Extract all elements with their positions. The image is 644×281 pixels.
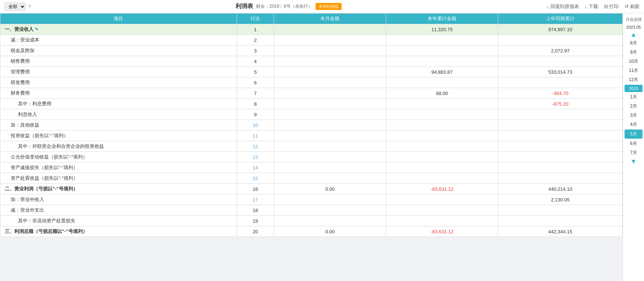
table-row: 其中：利息费用8-875.20 [0,99,623,109]
table-body: 一、营业收入 ✎111,320.75974,997.10减：营业成本2税金及附加… [0,24,623,237]
cell-row-num: 3 [237,45,274,56]
table-row: 减：营业成本2 [0,35,623,45]
month-item[interactable]: 8月 [623,39,644,48]
cell-year: 68.00 [386,88,498,99]
cell-month [274,109,386,120]
cell-row-num: 9 [237,109,274,120]
table-row: 利息收入9 [0,109,623,120]
top-bar-left: 全部 ? [4,3,31,11]
download-button[interactable]: ↓ 下载 [585,3,598,10]
cell-year: -83,631.12 [386,226,498,237]
cell-row-num: 1 [237,24,274,35]
title-area: 利润表 财会〔2019〕6号（未执行） 未结转损益 [235,3,341,10]
cell-row-num: 19 [237,216,274,226]
cell-year [386,141,498,152]
month-item[interactable]: 7月 [623,148,644,157]
cell-prev: 2,072.97 [498,45,623,56]
cell-year [386,216,498,226]
cell-row-num[interactable]: 14 [237,163,274,173]
back-button[interactable]: ↓ 回退到原报表 [546,3,579,10]
cell-item: 其中：利息费用 [0,99,237,109]
cell-item: 财务费用 [0,88,237,99]
month-item[interactable]: 4月 [623,120,644,129]
cell-prev [498,77,623,88]
month-up-arrow[interactable]: ▲ [630,30,637,39]
month-item[interactable]: 6月 [623,139,644,148]
cell-prev: 440,214.10 [498,184,623,194]
scope-dropdown[interactable]: 全部 [4,3,26,11]
month-list: 8月9月10月11月12月20231月2月3月4月5月6月7月 [623,39,644,157]
cell-row-num[interactable]: 17 [237,194,274,205]
table-header-row: 项目 行次 本月金额 本年累计金额 上年同期累计 [0,14,623,24]
cell-month [274,56,386,67]
refresh-button[interactable]: ↺ 刷新 [625,3,640,10]
month-down-arrow[interactable]: ▼ [630,157,637,165]
cell-row-num: 5 [237,67,274,77]
profit-table: 项目 行次 本月金额 本年累计金额 上年同期累计 一、营业收入 ✎111,320… [0,13,623,237]
edit-icon[interactable]: ✎ [35,27,39,32]
top-bar-actions: ↓ 回退到原报表 ↓ 下载 ⊟ 打印 ↺ 刷新 [546,3,640,10]
cell-year [386,35,498,45]
cell-row-num[interactable]: 15 [237,173,274,184]
month-item[interactable]: 11月 [623,66,644,75]
month-item[interactable]: 1月 [623,92,644,102]
table-row: 加：其他收益10 [0,120,623,131]
month-item[interactable]: 9月 [623,48,644,57]
cell-row-num[interactable]: 11 [237,131,274,141]
cell-month [274,99,386,109]
month-item[interactable]: 10月 [623,57,644,66]
cell-row-num: 8 [237,99,274,109]
header-item: 项目 [0,14,237,24]
side-panel-title: 月份选择 [626,15,642,24]
table-row: 研发费用6 [0,77,623,88]
page-title: 利润表 [235,3,253,10]
table-row: 公允价值变动收益（损失以"-"填列）13 [0,152,623,163]
table-row: 其中：非流动资产处置损失19 [0,216,623,226]
cell-month [274,194,386,205]
cell-month [274,152,386,163]
header-row-num: 行次 [237,14,274,24]
table-row: 税金及附加32,072.97 [0,45,623,56]
table-area: 项目 行次 本月金额 本年累计金额 上年同期累计 一、营业收入 ✎111,320… [0,13,623,281]
table-row: 销售费用4 [0,56,623,67]
cell-item: 研发费用 [0,77,237,88]
cell-prev [498,216,623,226]
month-item[interactable]: 12月 [623,75,644,84]
cell-prev [498,152,623,163]
cell-month [274,163,386,173]
month-year-badge[interactable]: 2023 [625,85,643,92]
cell-item: 利息收入 [0,109,237,120]
cell-year: 11,320.75 [386,24,498,35]
cell-item: 加：营业外收入 [0,194,237,205]
cell-prev: 2,130.05 [498,194,623,205]
table-row: 加：营业外收入172,130.05 [0,194,623,205]
cell-prev: 974,997.10 [498,24,623,35]
cell-item: 资产处置收益（损失以"-"填列） [0,173,237,184]
month-item[interactable]: 3月 [623,111,644,120]
cell-year [386,205,498,216]
print-button[interactable]: ⊟ 打印 [604,3,619,10]
cell-row-num: 20 [237,226,274,237]
cell-prev [498,205,623,216]
cell-month: 0.00 [274,184,386,194]
cell-item: 一、营业收入 ✎ [0,24,237,35]
cell-prev: -304.70 [498,88,623,99]
cell-year [386,56,498,67]
cell-row-num[interactable]: 12 [237,141,274,152]
cell-row-num[interactable]: 13 [237,152,274,163]
cell-prev [498,109,623,120]
month-item[interactable]: 5月 [625,129,643,139]
side-year-display: 2023.05 [626,24,641,30]
cell-prev [498,141,623,152]
page-subtitle: 财会〔2019〕6号（未执行） [256,3,312,10]
cell-item: 投资收益（损失以"-"填列） [0,131,237,141]
table-row: 二、营业利润（亏损以"-"号填列）160.00-83,631.12440,214… [0,184,623,194]
cell-item: 其中：非流动资产处置损失 [0,216,237,226]
help-icon[interactable]: ? [28,4,31,10]
table-row: 一、营业收入 ✎111,320.75974,997.10 [0,24,623,35]
month-item[interactable]: 2月 [623,102,644,111]
cell-item: 公允价值变动收益（损失以"-"填列） [0,152,237,163]
cell-row-num[interactable]: 10 [237,120,274,131]
cell-month [274,131,386,141]
cell-prev [498,120,623,131]
